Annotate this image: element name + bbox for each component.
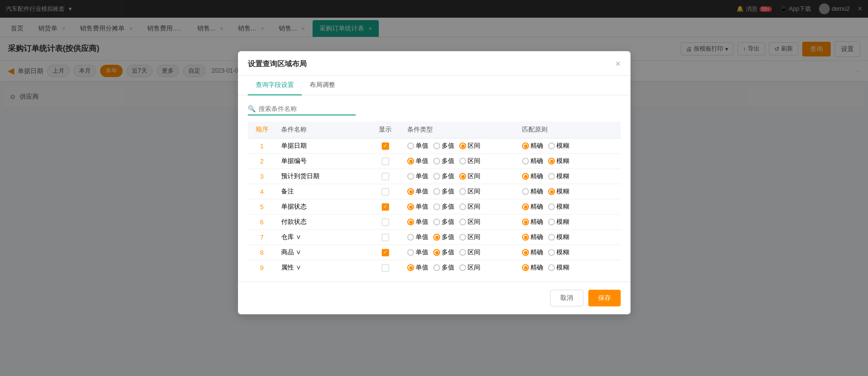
table-row: 5单据状态单值多值区间精确模糊 — [248, 199, 621, 215]
radio-type-type_multi-6[interactable]: 多值 — [433, 233, 454, 242]
show-checkbox-7[interactable] — [382, 249, 389, 256]
radio-type-type_range-6[interactable]: 区间 — [459, 233, 480, 242]
radio-match-match_exact-8[interactable]: 精确 — [522, 263, 543, 272]
radio-match-match_exact-6[interactable]: 精确 — [522, 233, 543, 242]
radio-type-type_single-6[interactable]: 单值 — [407, 233, 428, 242]
radio-type-type_multi-3[interactable]: 多值 — [433, 187, 454, 196]
radio-type-type_range-5[interactable]: 区间 — [459, 217, 480, 226]
row-show-0[interactable] — [368, 138, 402, 154]
show-checkbox-0[interactable] — [382, 142, 389, 150]
radio-type-type_multi-5[interactable]: 多值 — [433, 217, 454, 226]
radio-type-type_single-1[interactable]: 单值 — [407, 157, 428, 165]
radio-match-match_exact-4[interactable]: 精确 — [522, 202, 543, 211]
search-input[interactable] — [259, 105, 347, 112]
tab-layout-adjust[interactable]: 布局调整 — [302, 76, 343, 95]
radio-match-match_fuzzy-0[interactable]: 模糊 — [548, 141, 569, 150]
row-show-6[interactable] — [368, 230, 402, 245]
row-show-4[interactable] — [368, 199, 402, 215]
conditions-table-scroll[interactable]: 顺序 条件名称 显示 条件类型 匹配原则 1单据日期单值多值区间精确模糊2单据编… — [248, 121, 621, 273]
radio-match-match_fuzzy-6[interactable]: 模糊 — [548, 233, 569, 242]
radio-circle-match_fuzzy-7 — [548, 249, 555, 256]
radio-type-type_range-8[interactable]: 区间 — [459, 263, 480, 272]
radio-type-type_multi-8[interactable]: 多值 — [433, 263, 454, 272]
show-checkbox-1[interactable] — [382, 158, 389, 165]
dialog-close-btn[interactable]: × — [615, 59, 621, 69]
radio-circle-type_single-3 — [407, 188, 414, 195]
radio-label-type_multi-2: 多值 — [442, 172, 454, 181]
radio-type-type_single-5[interactable]: 单值 — [407, 217, 428, 226]
radio-match-match_fuzzy-5[interactable]: 模糊 — [548, 217, 569, 226]
radio-label-match-match_fuzzy-8: 模糊 — [556, 263, 569, 272]
radio-match-match_exact-3[interactable]: 精确 — [522, 187, 543, 196]
radio-match-match_fuzzy-8[interactable]: 模糊 — [548, 263, 569, 272]
radio-type-type_multi-4[interactable]: 多值 — [433, 202, 454, 211]
radio-match-match_fuzzy-2[interactable]: 模糊 — [548, 172, 569, 181]
radio-type-type_multi-1[interactable]: 多值 — [433, 157, 454, 165]
th-name: 条件名称 — [276, 121, 368, 138]
radio-type-type_range-7[interactable]: 区间 — [459, 248, 480, 257]
row-show-1[interactable] — [368, 154, 402, 169]
cancel-btn[interactable]: 取消 — [550, 290, 583, 306]
show-checkbox-6[interactable] — [382, 234, 389, 241]
radio-match-match_exact-0[interactable]: 精确 — [522, 141, 543, 150]
radio-type-type_single-4[interactable]: 单值 — [407, 202, 428, 211]
type-radio-group-4: 单值多值区间 — [407, 202, 512, 211]
radio-match-match_exact-2[interactable]: 精确 — [522, 172, 543, 181]
radio-type-type_multi-7[interactable]: 多值 — [433, 248, 454, 257]
radio-type-type_range-3[interactable]: 区间 — [459, 187, 480, 196]
radio-type-type_range-0[interactable]: 区间 — [459, 141, 480, 150]
row-name-5: 付款状态 — [276, 215, 368, 230]
radio-type-type_single-8[interactable]: 单值 — [407, 263, 428, 272]
radio-match-match_exact-5[interactable]: 精确 — [522, 217, 543, 226]
radio-match-match_fuzzy-7[interactable]: 模糊 — [548, 248, 569, 257]
radio-circle-type_single-7 — [407, 249, 414, 256]
radio-label-type_single-0: 单值 — [416, 141, 428, 150]
radio-label-match-match_exact-6: 精确 — [530, 233, 543, 242]
row-show-2[interactable] — [368, 169, 402, 184]
radio-match-match_fuzzy-4[interactable]: 模糊 — [548, 202, 569, 211]
type-radio-group-2: 单值多值区间 — [407, 172, 512, 181]
radio-type-type_range-2[interactable]: 区间 — [459, 172, 480, 181]
row-show-7[interactable] — [368, 245, 402, 260]
radio-circle-type_range-7 — [459, 249, 466, 256]
radio-type-type_multi-2[interactable]: 多值 — [433, 172, 454, 181]
radio-type-type_single-3[interactable]: 单值 — [407, 187, 428, 196]
radio-label-type_range-6: 区间 — [468, 233, 480, 242]
show-checkbox-3[interactable] — [382, 188, 389, 195]
show-checkbox-4[interactable] — [382, 203, 389, 211]
radio-type-type_range-1[interactable]: 区间 — [459, 157, 480, 165]
row-match-0: 精确模糊 — [517, 138, 621, 154]
show-checkbox-5[interactable] — [382, 218, 389, 226]
radio-type-type_multi-0[interactable]: 多值 — [433, 141, 454, 150]
radio-type-type_single-0[interactable]: 单值 — [407, 141, 428, 150]
radio-circle-type_multi-5 — [433, 218, 440, 225]
show-checkbox-8[interactable] — [382, 264, 389, 271]
radio-match-match_exact-7[interactable]: 精确 — [522, 248, 543, 257]
radio-circle-match_fuzzy-1 — [548, 158, 555, 164]
radio-circle-type_range-8 — [459, 264, 466, 271]
radio-match-match_exact-1[interactable]: 精确 — [522, 157, 543, 165]
radio-type-type_single-2[interactable]: 单值 — [407, 172, 428, 181]
row-show-5[interactable] — [368, 215, 402, 230]
radio-label-match-match_fuzzy-0: 模糊 — [556, 141, 569, 150]
radio-circle-type_multi-4 — [433, 203, 440, 210]
tab-query-fields[interactable]: 查询字段设置 — [248, 76, 302, 95]
show-checkbox-2[interactable] — [382, 173, 389, 180]
conditions-table: 顺序 条件名称 显示 条件类型 匹配原则 1单据日期单值多值区间精确模糊2单据编… — [248, 121, 621, 273]
save-btn[interactable]: 保存 — [588, 290, 621, 306]
row-show-8[interactable] — [368, 260, 402, 274]
radio-match-match_fuzzy-3[interactable]: 模糊 — [548, 187, 569, 196]
row-name-2: 预计到货日期 — [276, 169, 368, 184]
radio-circle-match_exact-4 — [522, 203, 529, 210]
radio-label-type_single-5: 单值 — [416, 217, 428, 226]
radio-match-match_fuzzy-1[interactable]: 模糊 — [548, 157, 569, 165]
radio-label-type_multi-4: 多值 — [442, 202, 454, 211]
radio-circle-type_single-8 — [407, 264, 414, 271]
radio-type-type_single-7[interactable]: 单值 — [407, 248, 428, 257]
radio-circle-type_range-6 — [459, 234, 466, 241]
settings-dialog: 设置查询区域布局 × 查询字段设置 布局调整 🔍 顺序 条件名称 显示 条件类型 — [238, 51, 631, 314]
row-type-7: 单值多值区间 — [402, 245, 517, 260]
row-show-3[interactable] — [368, 184, 402, 199]
row-name-0: 单据日期 — [276, 138, 368, 154]
radio-type-type_range-4[interactable]: 区间 — [459, 202, 480, 211]
